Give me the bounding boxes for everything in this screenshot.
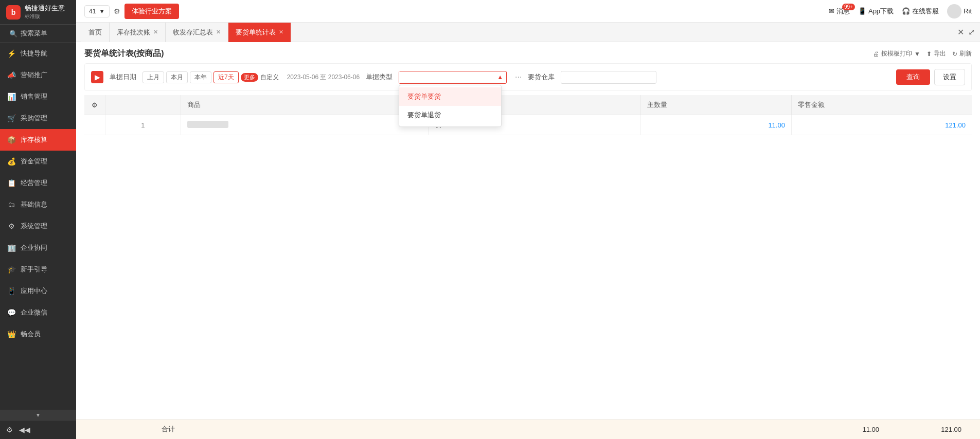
tab-order-stats[interactable]: 要货单统计表✕ xyxy=(228,23,291,42)
sidebar-item-sales[interactable]: 📊 销售管理 xyxy=(0,86,76,107)
settings-icon[interactable]: ⚙ xyxy=(6,426,13,434)
table-wrap: ⚙ 商品 主计量单位 主数量 零售金额 1 块 11.00 121.00 xyxy=(84,95,972,419)
messages-btn[interactable]: ✉ 消息 99+ xyxy=(829,7,850,16)
query-btn[interactable]: 查询 xyxy=(896,69,930,85)
nav-label-sales: 销售管理 xyxy=(21,92,47,101)
cell-product-0 xyxy=(181,115,429,135)
company-selector[interactable]: 41 ▼ xyxy=(84,5,110,17)
print-icon: 🖨 xyxy=(873,50,879,58)
refresh-icon: ↻ xyxy=(952,50,957,58)
cell-quantity-0[interactable]: 11.00 xyxy=(640,115,791,135)
tab-collection-summary[interactable]: 收发存汇总表✕ xyxy=(166,23,228,42)
tab-inventory-batch[interactable]: 库存批次账✕ xyxy=(110,23,166,42)
nav-label-operations: 经营管理 xyxy=(21,178,47,188)
tab-label-collection-summary: 收发存汇总表 xyxy=(173,28,213,37)
filter-settings-btn[interactable]: 设置 xyxy=(934,69,965,85)
nav-icon-inventory: 📦 xyxy=(6,135,16,145)
sidebar-scroll-down[interactable]: ▼ xyxy=(0,410,76,420)
sidebar-nav: ⚡ 快捷导航 📣 营销推广 📊 销售管理 🛒 采购管理 📦 库存核算 💰 资金管… xyxy=(0,43,76,410)
phone-icon: 📱 xyxy=(858,7,866,15)
sidebar-item-finance[interactable]: 💰 资金管理 xyxy=(0,151,76,172)
nav-icon-enterprise-wechat: 💬 xyxy=(6,307,16,318)
dropdown-item-order-return[interactable]: 要货单退货 xyxy=(399,106,501,124)
tab-close-order-stats[interactable]: ✕ xyxy=(279,29,283,35)
trial-button[interactable]: 体验行业方案 xyxy=(124,4,179,19)
user-avatar-btn[interactable]: Rit xyxy=(947,4,972,19)
maximize-btn[interactable]: ⤢ xyxy=(968,27,975,37)
messages-badge: 99+ xyxy=(842,4,855,10)
export-label: 导出 xyxy=(934,49,946,58)
logo-icon: b xyxy=(6,5,21,20)
col-amount: 零售金额 xyxy=(791,95,972,115)
date-7days-btn[interactable]: 近7天 xyxy=(213,71,239,83)
col-product: 商品 xyxy=(181,95,429,115)
print-label: 按模板打印 xyxy=(881,49,912,58)
app-download-btn[interactable]: 📱 App下载 xyxy=(858,7,894,16)
sidebar: b 畅捷通好生意 标准版 🔍 搜索菜单 ⚡ 快捷导航 📣 营销推广 📊 销售管理… xyxy=(0,0,76,439)
dropdown-item-order-goods[interactable]: 要货单要货 xyxy=(399,87,501,106)
topbar-gear-icon[interactable]: ⚙ xyxy=(114,7,120,15)
close-all-tabs-btn[interactable]: ✕ xyxy=(957,27,964,37)
warehouse-input[interactable] xyxy=(561,71,656,84)
nav-label-finance: 资金管理 xyxy=(21,157,47,166)
nav-label-marketing: 营销推广 xyxy=(21,70,47,80)
topbar: 41 ▼ ⚙ 体验行业方案 ✉ 消息 99+ 📱 App下载 🎧 在线客服 xyxy=(76,0,980,23)
sidebar-item-enterprise-wechat[interactable]: 💬 企业微信 xyxy=(0,302,76,323)
date-range-display: 2023-05-06 至 2023-06-06 xyxy=(287,73,360,82)
tab-close-collection-summary[interactable]: ✕ xyxy=(216,29,221,35)
sidebar-item-quick-nav[interactable]: ⚡ 快捷导航 xyxy=(0,43,76,64)
avatar xyxy=(947,4,961,19)
nav-icon-purchase: 🛒 xyxy=(6,113,16,123)
export-icon: ⬆ xyxy=(926,50,932,58)
sidebar-search[interactable]: 🔍 搜索菜单 xyxy=(0,25,76,43)
sidebar-item-basic-info[interactable]: 🗂 基础信息 xyxy=(0,194,76,215)
sidebar-item-system[interactable]: ⚙ 系统管理 xyxy=(0,215,76,237)
tabsbar-right: ✕ ⤢ xyxy=(957,27,980,37)
date-last-month-btn[interactable]: 上月 xyxy=(142,71,164,83)
sidebar-item-app-center[interactable]: 📱 应用中心 xyxy=(0,280,76,302)
export-btn[interactable]: ⬆ 导出 xyxy=(926,49,946,58)
sidebar-item-guide[interactable]: 🎓 新手引导 xyxy=(0,259,76,280)
type-input[interactable] xyxy=(399,71,494,83)
print-btn[interactable]: 🖨 按模板打印 ▼ xyxy=(873,49,920,58)
nav-icon-app-center: 📱 xyxy=(6,286,16,296)
sidebar-item-operations[interactable]: 📋 经营管理 xyxy=(0,172,76,194)
type-input-wrap[interactable]: ▲ xyxy=(399,71,507,84)
table-footer: 合计 11.00 121.00 xyxy=(76,419,980,439)
date-this-month-btn[interactable]: 本月 xyxy=(166,71,188,83)
tab-close-inventory-batch[interactable]: ✕ xyxy=(153,29,158,35)
nav-label-basic-info: 基础信息 xyxy=(21,200,47,209)
online-service-btn[interactable]: 🎧 在线客服 xyxy=(902,7,939,16)
footer-label: 合计 xyxy=(162,425,175,434)
date-custom-btn[interactable]: 自定义 xyxy=(260,73,279,82)
sidebar-item-purchase[interactable]: 🛒 采购管理 xyxy=(0,107,76,129)
type-dropdown: 要货单要货 要货单退货 xyxy=(399,85,502,127)
type-chevron-icon[interactable]: ▲ xyxy=(494,74,506,81)
sidebar-item-member[interactable]: 👑 畅会员 xyxy=(0,323,76,345)
tab-home[interactable]: 首页 xyxy=(81,23,110,42)
sidebar-item-enterprise[interactable]: 🏢 企业协同 xyxy=(0,237,76,259)
app-name: 畅捷通好生意 xyxy=(25,4,65,13)
sidebar-item-inventory[interactable]: 📦 库存核算 xyxy=(0,129,76,151)
filter-row: ▶ 单据日期 上月 本月 本年 近7天 更多 自定义 2023-05-06 至 … xyxy=(91,69,965,85)
page-content: 要货单统计表(按商品) 🖨 按模板打印 ▼ ⬆ 导出 ↻ 刷新 xyxy=(76,42,980,439)
date-this-year-btn[interactable]: 本年 xyxy=(190,71,211,83)
cell-settings-0 xyxy=(84,115,105,135)
nav-label-quick-nav: 快捷导航 xyxy=(21,49,47,58)
date-more-badge[interactable]: 更多 xyxy=(241,73,258,82)
footer-amount: 121.00 xyxy=(941,426,961,433)
collapse-icon[interactable]: ◀◀ xyxy=(19,426,30,434)
company-selector-value: 41 xyxy=(89,8,96,15)
page-header-actions: 🖨 按模板打印 ▼ ⬆ 导出 ↻ 刷新 xyxy=(873,49,972,58)
date-label: 单据日期 xyxy=(110,72,136,82)
page-title: 要货单统计表(按商品) xyxy=(84,48,164,59)
filter-expand-btn[interactable]: ▶ xyxy=(91,71,103,83)
refresh-btn[interactable]: ↻ 刷新 xyxy=(952,49,972,58)
cell-amount-0[interactable]: 121.00 xyxy=(791,115,972,135)
filter-more-dots[interactable]: ··· xyxy=(515,72,522,82)
sidebar-bottom: ⚙ ◀◀ xyxy=(0,420,76,439)
col-settings[interactable]: ⚙ xyxy=(84,95,105,115)
col-quantity: 主数量 xyxy=(640,95,791,115)
search-icon: 🔍 xyxy=(9,30,17,38)
sidebar-item-marketing[interactable]: 📣 营销推广 xyxy=(0,64,76,86)
